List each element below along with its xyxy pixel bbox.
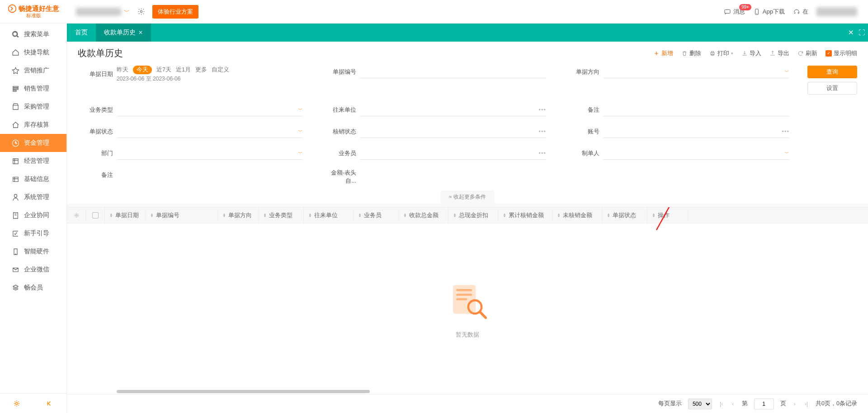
col-label: 操作 [658,212,670,219]
date-tab-1m[interactable]: 近1月 [176,66,191,74]
sidebar-settings-icon[interactable] [13,399,21,408]
input-remark[interactable] [603,104,789,116]
sidebar-item-label: 新手引导 [24,229,49,237]
col-header[interactable]: ▲▼单据日期 [105,208,146,223]
pager-next[interactable]: › [793,401,797,407]
sidebar-item-5[interactable]: 库存核算 [0,116,66,134]
printer-icon [709,50,716,57]
col-header[interactable]: ▲▼未核销金额 [552,208,602,223]
pager-size-select[interactable]: 500 [688,399,712,409]
collapse-label: 收起更多条件 [453,194,486,200]
pager-last[interactable]: ›| [803,401,809,407]
collapse-conditions[interactable]: ≈ 收起更多条件 [440,190,495,204]
sidebar-item-1[interactable]: 快捷导航 [0,43,66,62]
col-label: 未核销金额 [563,212,592,219]
support-link[interactable]: 在 [793,8,808,16]
col-checkbox[interactable] [86,208,105,223]
import-button[interactable]: 导入 [741,49,761,57]
col-header[interactable]: ▲▼总现金折扣 [448,208,498,223]
messages-link[interactable]: 消息 99+ [724,8,745,16]
nav-icon [12,31,19,38]
sidebar-item-14[interactable]: 畅会员 [0,279,66,297]
sidebar-item-3[interactable]: 销售管理 [0,80,66,98]
empty-text: 暂无数据 [456,331,479,339]
col-header[interactable]: ▲▼累计核销金额 [498,208,552,223]
date-tab-yesterday[interactable]: 昨天 [117,66,128,74]
col-header[interactable]: ▲▼单据方向 [218,208,259,223]
trash-icon [681,50,688,57]
date-tab-today[interactable]: 今天 [133,66,152,74]
sidebar-item-10[interactable]: 企业协同 [0,206,66,224]
label-operator: 业务员 [321,149,360,157]
input-amount[interactable] [360,171,546,183]
lookup-account[interactable]: ••• [603,125,789,138]
svg-rect-6 [711,52,714,55]
refresh-button[interactable]: 刷新 [797,49,817,57]
nav-icon [12,121,19,129]
sidebar-collapse-icon[interactable] [46,399,54,408]
search-button[interactable]: 查询 [807,66,857,78]
sidebar-item-7[interactable]: 经营管理 [0,152,66,170]
delete-button[interactable]: 删除 [681,49,701,57]
print-label: 打印 [717,49,729,57]
sidebar-item-8[interactable]: 基础信息 [0,170,66,188]
nav-icon [12,139,19,147]
sidebar-item-4[interactable]: 采购管理 [0,98,66,116]
try-industry-button[interactable]: 体验行业方案 [152,5,198,19]
col-header[interactable]: ▲▼业务类型 [259,208,304,223]
col-header[interactable]: ▲▼业务员 [354,208,399,223]
lookup-operator[interactable]: ••• [360,147,546,160]
input-remark2[interactable] [117,169,303,181]
ellipsis-icon: ••• [538,150,546,157]
label-partner: 往来单位 [321,106,360,114]
col-header[interactable]: ▲▼单据状态 [602,208,647,223]
tab-close-all-icon[interactable]: ✕ [848,28,854,37]
settings-button[interactable]: 设置 [807,82,857,95]
select-direction[interactable]: ﹀ [603,66,789,78]
sidebar-item-12[interactable]: 智能硬件 [0,242,66,261]
sidebar-item-label: 畅会员 [24,284,43,292]
add-button[interactable]: 新增 [653,49,673,57]
sidebar-item-13[interactable]: 企业微信 [0,261,66,279]
col-header[interactable]: ▲▼操作 [647,208,688,223]
date-tab-more[interactable]: 更多 [195,66,207,74]
sidebar-item-9[interactable]: 系统管理 [0,188,66,206]
pager-first[interactable]: |‹ [718,401,724,407]
select-biz-type[interactable]: ﹀ [117,104,303,116]
label-account: 账号 [564,128,603,136]
export-button[interactable]: 导出 [769,49,789,57]
date-tab-custom[interactable]: 自定义 [212,66,229,74]
pager-page-pre: 第 [742,400,748,408]
tenant-selector[interactable]: ﹀ [76,8,130,16]
lookup-partner[interactable]: ••• [360,104,546,116]
col-header[interactable]: ▲▼收款总金额 [399,208,448,223]
sidebar-item-6[interactable]: 资金管理 [0,134,66,152]
col-header[interactable]: ▲▼往来单位 [304,208,354,223]
sort-icon: ▲▼ [222,213,226,218]
print-button[interactable]: 打印▾ [709,49,733,57]
settings-icon[interactable] [135,6,147,18]
app-download-link[interactable]: App下载 [753,8,785,16]
tab-receipt-history[interactable]: 收款单历史 ✕ [96,24,151,42]
sidebar-item-11[interactable]: 新手引导 [0,224,66,242]
select-doc-state[interactable]: ﹀ [117,125,303,138]
pager-prev[interactable]: ‹ [731,401,735,407]
col-header[interactable]: ▲▼单据编号 [146,208,218,223]
select-maker[interactable]: ﹀ [603,147,789,160]
horizontal-scrollbar[interactable] [67,389,868,394]
select-dept[interactable]: ﹀ [117,147,303,160]
date-tab-7d[interactable]: 近7天 [156,66,171,74]
tab-home[interactable]: 首页 [67,24,96,42]
user-avatar-blurred[interactable] [816,7,857,16]
show-detail-toggle[interactable]: ✓显示明细 [826,49,857,57]
sidebar-item-0[interactable]: 搜索菜单 [0,25,66,43]
tab-fullscreen-icon[interactable]: ⛶ [859,28,865,37]
lookup-write-state[interactable]: ••• [360,125,546,138]
pager-page-input[interactable] [754,399,774,409]
input-doc-no[interactable] [360,66,546,78]
tab-close-icon[interactable]: ✕ [138,29,143,36]
date-range-filter[interactable]: 昨天 今天 近7天 近1月 更多 自定义 2023-06-06 至 2023-0… [117,66,303,83]
sidebar-item-2[interactable]: 营销推广 [0,62,66,80]
col-settings-icon[interactable] [67,208,86,223]
import-icon [741,50,748,57]
